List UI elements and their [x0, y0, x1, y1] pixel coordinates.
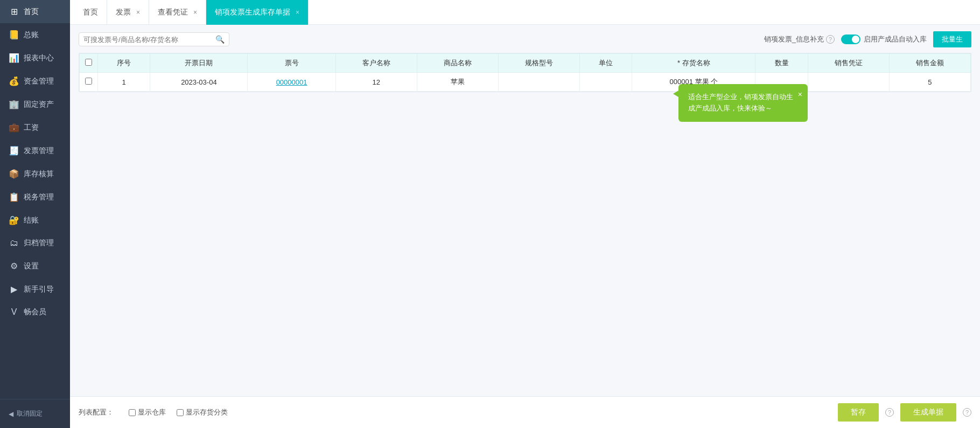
sidebar-item-fund-management[interactable]: 💰 资金管理 — [0, 70, 70, 93]
ledger-icon: 📒 — [9, 30, 19, 40]
td-date: 2023-03-04 — [150, 73, 248, 92]
show-warehouse-checkbox[interactable] — [129, 409, 136, 416]
tab-cancel-invoice-close[interactable]: × — [296, 9, 299, 16]
sidebar-item-settlement[interactable]: 🔐 结账 — [0, 209, 70, 232]
settlement-icon: 🔐 — [9, 215, 19, 225]
sidebar-item-beginner-guide[interactable]: ▶ 新手引导 — [0, 278, 70, 301]
sidebar-label-invoice-management: 发票管理 — [24, 146, 54, 156]
tooltip-close-btn[interactable]: × — [798, 88, 802, 100]
td-checkbox — [80, 73, 98, 92]
table-wrap: 序号 开票日期 票号 客户名称 商品名称 规格型号 单位 * 存货名称 数量 销… — [79, 53, 971, 92]
show-warehouse-label[interactable]: 显示仓库 — [129, 408, 166, 417]
tab-bar: 首页 发票 × 查看凭证 × 销项发票生成库存单据 × — [70, 0, 980, 25]
sidebar-item-archive-management[interactable]: 🗂 归档管理 — [0, 232, 70, 254]
sidebar-item-fixed-assets[interactable]: 🏢 固定资产 — [0, 93, 70, 116]
search-right: 销项发票_信息补充 ? 启用产成品自动入库 批量生 — [764, 31, 971, 47]
sidebar-item-inventory[interactable]: 📦 库存核算 — [0, 162, 70, 185]
sidebar-label-fund-management: 资金管理 — [24, 77, 54, 86]
sidebar-item-home[interactable]: ⊞ 首页 — [0, 0, 70, 23]
ticket-no-link[interactable]: 00000001 — [276, 78, 307, 86]
cancel-fixed-icon: ◀ — [9, 410, 13, 418]
th-checkbox — [80, 54, 98, 73]
sidebar-label-general-ledger: 总账 — [24, 30, 39, 40]
td-product-name: 苹果 — [417, 73, 498, 92]
save-help-icon[interactable]: ? — [885, 408, 894, 417]
bottom-bar: 列表配置： 显示仓库 显示存货分类 暂存 ? 生成单据 ? — [70, 396, 980, 428]
th-sales-amount: 销售金额 — [889, 54, 970, 73]
tab-cancel-invoice[interactable]: 销项发票生成库存单据 × — [206, 0, 309, 25]
sidebar-item-general-ledger[interactable]: 📒 总账 — [0, 23, 70, 46]
sidebar-label-archive-management: 归档管理 — [24, 238, 54, 248]
batch-generate-btn[interactable]: 批量生 — [933, 31, 971, 47]
sidebar-label-beginner-guide: 新手引导 — [24, 285, 54, 294]
th-voucher-info: 销售凭证 — [808, 54, 889, 73]
auto-warehouse-toggle[interactable] — [841, 34, 860, 44]
list-config-label: 列表配置： — [79, 408, 114, 417]
sidebar-label-settings: 设置 — [24, 261, 39, 271]
cancel-fixed-btn[interactable]: ◀ 取消固定 — [0, 404, 70, 424]
th-unit: 单位 — [580, 54, 632, 73]
tab-view-voucher[interactable]: 查看凭证 × — [149, 0, 206, 25]
select-all-checkbox[interactable] — [85, 59, 92, 66]
cancel-fixed-label: 取消固定 — [17, 409, 43, 418]
table-header-row: 序号 开票日期 票号 客户名称 商品名称 规格型号 单位 * 存货名称 数量 销… — [80, 54, 971, 73]
sidebar-item-settings[interactable]: ⚙ 设置 — [0, 254, 70, 278]
info-help-icon[interactable]: ? — [826, 35, 835, 44]
td-ticket-no[interactable]: 00000001 — [248, 73, 335, 92]
sidebar-label-payroll: 工资 — [24, 123, 39, 133]
td-customer: 12 — [335, 73, 417, 92]
td-unit — [580, 73, 632, 92]
th-seq: 序号 — [98, 54, 150, 73]
sidebar-item-payroll[interactable]: 💼 工资 — [0, 116, 70, 139]
td-sales-amount: 5 — [889, 73, 970, 92]
show-inventory-category-label[interactable]: 显示存货分类 — [177, 408, 228, 417]
fund-icon: 💰 — [9, 76, 19, 86]
sidebar-label-tax-management: 税务管理 — [24, 192, 54, 202]
sidebar-label-report-center: 报表中心 — [24, 53, 54, 63]
sidebar-bottom: ◀ 取消固定 — [0, 399, 70, 428]
home-icon: ⊞ — [9, 6, 19, 17]
search-left: 🔍 — [79, 32, 229, 46]
archive-icon: 🗂 — [9, 238, 19, 248]
main-area: 首页 发票 × 查看凭证 × 销项发票生成库存单据 × 🔍 — [70, 0, 980, 428]
tab-view-voucher-label: 查看凭证 — [158, 8, 188, 17]
beginner-icon: ▶ — [9, 284, 19, 294]
row-checkbox[interactable] — [85, 78, 92, 85]
save-btn[interactable]: 暂存 — [838, 403, 879, 422]
tax-icon: 📋 — [9, 192, 19, 202]
td-seq: 1 — [98, 73, 150, 92]
sidebar-label-vip-member: 畅会员 — [24, 307, 46, 317]
info-label: 销项发票_信息补充 ? — [764, 34, 835, 44]
th-product-name: 商品名称 — [417, 54, 498, 73]
search-input-wrap[interactable]: 🔍 — [79, 32, 229, 46]
sidebar-item-vip-member[interactable]: V 畅会员 — [0, 301, 70, 323]
invoice-icon: 🧾 — [9, 146, 19, 156]
th-inventory-name: * 存货名称 — [632, 54, 755, 73]
tab-home-label: 首页 — [83, 8, 98, 17]
search-bar: 🔍 销项发票_信息补充 ? 启用产成品自动入库 批量生 — [79, 31, 971, 47]
inventory-icon: 📦 — [9, 169, 19, 179]
td-spec — [498, 73, 579, 92]
table-row: 1 2023-03-04 00000001 12 苹果 000001 苹果 个 … — [80, 73, 971, 92]
th-date: 开票日期 — [150, 54, 248, 73]
sidebar-item-invoice-management[interactable]: 🧾 发票管理 — [0, 139, 70, 162]
vip-icon: V — [9, 307, 19, 317]
tab-home[interactable]: 首页 — [74, 0, 107, 25]
sidebar-item-report-center[interactable]: 📊 报表中心 — [0, 46, 70, 70]
generate-help-icon[interactable]: ? — [963, 408, 971, 417]
show-inventory-category-checkbox[interactable] — [177, 409, 184, 416]
sidebar-label-home: 首页 — [24, 7, 39, 17]
tab-invoice[interactable]: 发票 × — [107, 0, 149, 25]
sidebar-item-tax-management[interactable]: 📋 税务管理 — [0, 185, 70, 209]
tab-invoice-close[interactable]: × — [136, 9, 140, 16]
generate-btn[interactable]: 生成单据 — [900, 403, 956, 422]
info-label-text: 销项发票_信息补充 — [764, 34, 824, 44]
th-customer: 客户名称 — [335, 54, 417, 73]
toggle-label: 启用产成品自动入库 — [864, 34, 927, 44]
search-input[interactable] — [83, 36, 215, 44]
th-spec: 规格型号 — [498, 54, 579, 73]
tab-view-voucher-close[interactable]: × — [193, 9, 197, 16]
page-content: 🔍 销项发票_信息补充 ? 启用产成品自动入库 批量生 — [70, 25, 980, 396]
tab-invoice-label: 发票 — [116, 8, 131, 17]
search-icon: 🔍 — [215, 35, 225, 44]
